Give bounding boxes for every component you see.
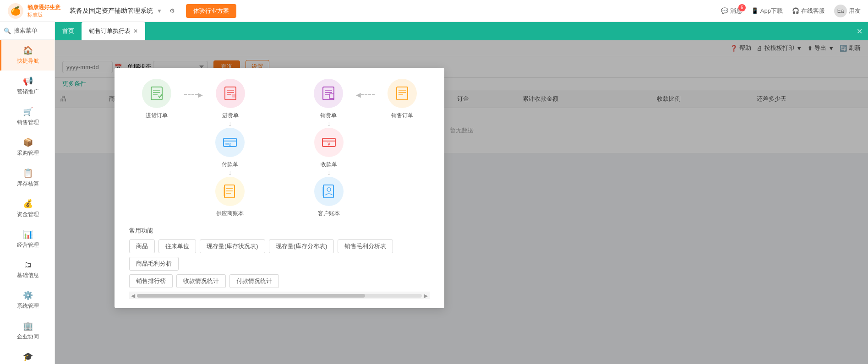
tab-home[interactable]: 首页 xyxy=(55,22,82,40)
purchase-bill-svg xyxy=(222,85,239,102)
search-icon: 🔍 xyxy=(4,27,11,34)
spacer-flex2 xyxy=(257,168,301,177)
sidebar-item-guide[interactable]: 🎓 新手引导 xyxy=(0,346,55,364)
modal-overlay[interactable]: 进货订单 ▶ xyxy=(55,40,868,364)
flow-item-receipt[interactable]: ¥ 收款单 xyxy=(301,128,356,168)
svg-point-34 xyxy=(327,188,331,191)
spacer-e2 xyxy=(375,168,430,177)
func-btn-sales-profit[interactable]: 销售毛利分析表 xyxy=(338,239,393,253)
arrow-right-1: ▶ xyxy=(184,91,203,108)
purchase-icon: 📦 xyxy=(23,137,33,147)
payment-icon-circle: ¥ xyxy=(215,128,245,157)
tab-bar: 首页 销售订单执行表 ✕ ✕ xyxy=(55,22,868,40)
purchase-order-svg xyxy=(148,85,165,102)
message-badge: 6 xyxy=(738,4,746,11)
sales-bill-label: 销货单 xyxy=(320,112,337,120)
sidebar-item-quick-nav[interactable]: 🏠 快捷导航 xyxy=(0,40,55,71)
sales-icon: 🛒 xyxy=(23,107,33,117)
spacer-r2 xyxy=(356,168,375,177)
avatar: Ea xyxy=(834,5,847,17)
spacer-flex xyxy=(257,120,301,128)
header-right: 💬 消息 6 📱 App下载 🎧 在线客服 Ea 用友 xyxy=(721,5,861,17)
content-area: 首页 销售订单执行表 ✕ ✕ ❓ 帮助 🖨 按模板打印 ▼ xyxy=(55,22,868,364)
sidebar-item-system[interactable]: ⚙️ 系统管理 xyxy=(0,285,55,315)
marketing-icon: 📢 xyxy=(23,76,33,86)
sidebar-item-finance[interactable]: 💰 资金管理 xyxy=(0,193,55,224)
func-buttons-row-1: 商品 往来单位 现存量(库存状况表) 现存量(库存分布表) 销售毛利分析表 商品… xyxy=(129,239,430,271)
flow-item-supplier-ledger[interactable]: 供应商账本 xyxy=(202,177,257,217)
spacer-left xyxy=(129,120,184,128)
user-area[interactable]: Ea 用友 xyxy=(834,5,861,17)
quick-nav-icon: 🏠 xyxy=(23,45,33,55)
func-btn-receipt-stats[interactable]: 收款情况统计 xyxy=(176,274,226,288)
flow-item-purchase-bill[interactable]: 进货单 xyxy=(203,79,258,120)
message-button[interactable]: 💬 消息 6 xyxy=(721,7,742,15)
flow-item-sales-order[interactable]: 销售订单 xyxy=(375,79,430,120)
trial-button[interactable]: 体验行业方案 xyxy=(186,4,236,18)
system-name-text: 装备及固定资产辅助管理系统 xyxy=(70,7,153,15)
spacer-l2 xyxy=(129,168,184,177)
svg-rect-15 xyxy=(329,94,334,98)
sidebar-item-label: 资金管理 xyxy=(17,211,39,218)
logo-icon: 🍊 xyxy=(7,3,24,19)
func-buttons-row-2: 销售排行榜 收款情况统计 付款情况统计 xyxy=(129,274,430,288)
sidebar-item-label: 经营管理 xyxy=(17,241,39,249)
modal-scrollbar[interactable]: ◀ ▶ xyxy=(129,292,430,299)
func-btn-product-profit[interactable]: 商品毛利分析 xyxy=(129,257,179,271)
sidebar-item-marketing[interactable]: 📢 营销推广 xyxy=(0,71,55,101)
flow-row-3: 供应商账本 xyxy=(129,177,430,217)
scroll-track[interactable] xyxy=(137,294,422,298)
flow-item-purchase-order[interactable]: 进货订单 xyxy=(129,79,184,120)
sidebar-item-purchase[interactable]: 📦 采购管理 xyxy=(0,132,55,163)
arrow-down-sales: ↓ xyxy=(301,120,356,128)
sidebar-item-basic-info[interactable]: 🗂 基础信息 xyxy=(0,255,55,285)
spacer-right xyxy=(356,120,375,128)
purchase-bill-label: 进货单 xyxy=(222,112,239,120)
svg-text:🍊: 🍊 xyxy=(11,6,21,16)
scroll-thumb xyxy=(137,294,365,298)
func-btn-product[interactable]: 商品 xyxy=(129,239,155,253)
scroll-right-arrow[interactable]: ▶ xyxy=(424,293,428,299)
scroll-left-arrow[interactable]: ◀ xyxy=(131,293,135,299)
flow-row-1: 进货订单 ▶ xyxy=(129,79,430,120)
purchase-bill-icon-circle xyxy=(216,79,245,108)
system-icon: ⚙️ xyxy=(23,290,33,300)
svg-text:¥: ¥ xyxy=(228,142,231,147)
flow-item-customer-ledger[interactable]: 客户账本 xyxy=(301,177,356,217)
tab-close-icon[interactable]: ✕ xyxy=(133,28,138,34)
modal-box: 进货订单 ▶ xyxy=(115,68,444,308)
sales-order-label: 销售订单 xyxy=(391,112,413,120)
func-btn-partner[interactable]: 往来单位 xyxy=(158,239,196,253)
logo-area: 🍊 畅康通好生意 标准版 xyxy=(7,3,62,19)
sidebar-item-enterprise[interactable]: 🏢 企业协同 xyxy=(0,315,55,346)
headset-icon: 🎧 xyxy=(792,7,799,14)
sales-order-tab-label: 销售订单执行表 xyxy=(89,27,131,35)
tab-bar-close-button[interactable]: ✕ xyxy=(857,27,868,36)
sidebar-item-label: 基础信息 xyxy=(17,272,39,279)
func-btn-stock-dist[interactable]: 现存量(库存分布表) xyxy=(269,239,334,253)
sidebar-item-sales[interactable]: 🛒 销售管理 xyxy=(0,101,55,132)
online-service-button[interactable]: 🎧 在线客服 xyxy=(792,7,825,15)
supplier-ledger-icon-circle xyxy=(215,177,245,206)
settings-icon[interactable]: ⚙ xyxy=(166,5,179,17)
tab-sales-order[interactable]: 销售订单执行表 ✕ xyxy=(82,22,145,40)
app-download-button[interactable]: 📱 App下载 xyxy=(751,7,783,15)
svg-rect-16 xyxy=(397,87,408,100)
svg-rect-27 xyxy=(224,185,235,198)
search-label: 搜索菜单 xyxy=(14,27,38,35)
func-btn-payment-stats[interactable]: 付款情况统计 xyxy=(229,274,279,288)
top-header: 🍊 畅康通好生意 标准版 装备及固定资产辅助管理系统 ▼ ⚙ 体验行业方案 💬 … xyxy=(0,0,868,22)
sidebar-item-operations[interactable]: 📊 经营管理 xyxy=(0,224,55,255)
arrow-down-purchase: ↓ xyxy=(202,120,257,128)
arrow-down-payment: ↓ xyxy=(202,168,257,177)
sidebar-item-inventory[interactable]: 📋 库存核算 xyxy=(0,163,55,193)
dropdown-arrow-icon[interactable]: ▼ xyxy=(157,8,162,14)
sidebar-search[interactable]: 🔍 搜索菜单 xyxy=(0,22,55,40)
func-btn-stock-status[interactable]: 现存量(库存状况表) xyxy=(200,239,265,253)
message-icon: 💬 xyxy=(721,7,728,14)
customer-ledger-svg xyxy=(321,183,337,200)
flow-item-sales-bill[interactable]: 销货单 xyxy=(301,79,356,120)
flow-item-payment[interactable]: ¥ 付款单 xyxy=(202,128,257,168)
func-btn-sales-rank[interactable]: 销售排行榜 xyxy=(129,274,173,288)
sales-order-svg xyxy=(394,85,410,102)
